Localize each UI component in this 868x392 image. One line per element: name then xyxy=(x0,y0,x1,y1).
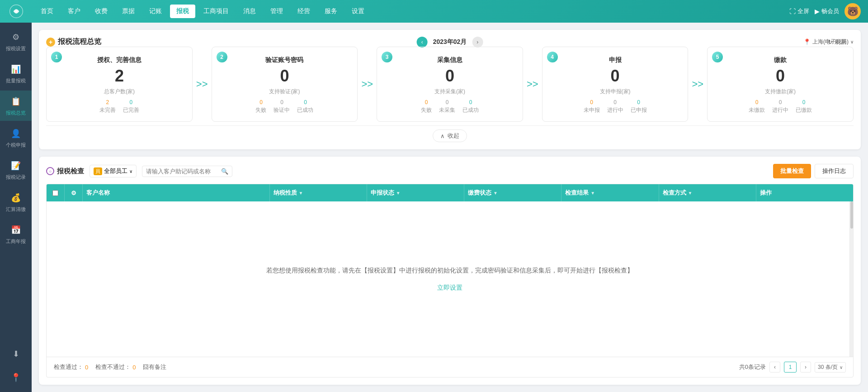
location-icon: 📍 xyxy=(9,371,22,384)
user-avatar[interactable]: 🐻 xyxy=(844,3,861,19)
refresh-icon: ↻ xyxy=(828,38,833,45)
pass-count[interactable]: 0 xyxy=(85,364,88,371)
step-number-4: 4 xyxy=(547,52,558,62)
detail-num-2-1: 0 xyxy=(280,99,283,105)
detail-num-5-2: 0 xyxy=(802,99,806,105)
step-title-5: 缴款 xyxy=(774,56,787,64)
sidebar: ⚙ 报税设置 📊 批量报税 📋 报税总览 👤 个税申报 📝 报税记录 💰 汇算清… xyxy=(0,23,32,392)
tax-overview-icon: 📋 xyxy=(9,95,22,108)
nav-item-client[interactable]: 客户 xyxy=(61,5,87,18)
content-area: + 报税流程总览 📍 上海(电子税局) ∨ ‹ 2023年02月 › ↻ 刷新 xyxy=(32,23,868,392)
nav-item-operation[interactable]: 经营 xyxy=(291,5,316,18)
step-arrow-4: >> xyxy=(688,47,707,122)
nav-item-invoice[interactable]: 票据 xyxy=(116,5,141,18)
pass-stat: 检查通过： 0 xyxy=(54,363,88,371)
month-label: 2023年02月 xyxy=(433,38,467,46)
overview-title-text: 报税流程总览 xyxy=(58,37,101,47)
batch-tax-icon: 📊 xyxy=(9,63,22,76)
nav-item-home[interactable]: 首页 xyxy=(34,5,60,18)
step-detail-5-1: 0 进行中 xyxy=(772,99,788,114)
th-checkbox[interactable] xyxy=(47,184,65,201)
prev-month-button[interactable]: ‹ xyxy=(417,37,428,48)
download-icon: ⬇ xyxy=(9,348,22,360)
setup-link[interactable]: 立即设置 xyxy=(437,282,462,293)
taxcheck-actions: 批量检查 操作日志 xyxy=(773,164,854,178)
total-records: 共0条记录 xyxy=(739,363,766,371)
personal-tax-icon: 👤 xyxy=(9,127,22,140)
step-detail-3-2: 0 已成功 xyxy=(462,99,479,114)
filter-icon-pay[interactable]: ▼ xyxy=(493,191,498,196)
next-page-button[interactable]: › xyxy=(800,362,811,373)
annual-report-icon: 📅 xyxy=(9,224,22,236)
detail-label-2-2: 已成功 xyxy=(297,106,313,114)
step-sub-3: 支持采集(家) xyxy=(434,88,465,96)
sidebar-item-location[interactable]: 📍 xyxy=(0,367,32,388)
vip-button[interactable]: ▶ 畅会员 xyxy=(815,7,839,15)
th-action-text: 操作 xyxy=(760,189,772,197)
fail-count[interactable]: 0 xyxy=(132,364,136,371)
refresh-label: 刷新 xyxy=(835,38,846,46)
search-icon[interactable]: 🔍 xyxy=(221,168,228,175)
filter-icon-method[interactable]: ▼ xyxy=(688,191,693,196)
detail-num-4-1: 0 xyxy=(613,99,617,105)
taxcheck-title-text: 报税检查 xyxy=(57,167,84,176)
next-month-button[interactable]: › xyxy=(472,37,483,48)
search-input[interactable] xyxy=(146,168,218,175)
collapse-button[interactable]: ∧ 收起 xyxy=(433,129,467,142)
step-arrow-3: >> xyxy=(523,47,542,122)
th-customer-name: 客户名称 xyxy=(83,184,270,201)
per-page-selector[interactable]: 30 条/页 ∨ xyxy=(815,362,846,373)
sidebar-item-tax-overview[interactable]: 📋 报税总览 xyxy=(0,91,32,121)
fullscreen-button[interactable]: ⛶ 全屏 xyxy=(789,7,809,15)
step-number-5: 5 xyxy=(712,52,723,62)
nav-item-service[interactable]: 服务 xyxy=(318,5,344,18)
nav-item-tax[interactable]: 报税 xyxy=(170,5,195,18)
sidebar-item-download[interactable]: ⬇ xyxy=(0,343,32,365)
th-declare-status: 申报状态 ▼ xyxy=(367,184,464,201)
sidebar-label-tax-record: 报税记录 xyxy=(6,174,26,181)
nav-item-settings[interactable]: 设置 xyxy=(345,5,371,18)
table-scrollbar[interactable] xyxy=(849,201,853,357)
app-logo[interactable] xyxy=(7,2,25,20)
employee-icon: 員 xyxy=(94,167,102,175)
refresh-button[interactable]: ↻ 刷新 xyxy=(828,38,846,46)
step-detail-2-2: 0 已成功 xyxy=(297,99,313,114)
location-icon-tag: 📍 xyxy=(803,38,811,45)
detail-label-1-0: 未完善 xyxy=(99,106,116,114)
filter-icon-status[interactable]: ▼ xyxy=(396,191,401,196)
play-icon: ▶ xyxy=(815,8,820,15)
detail-label-2-1: 验证中 xyxy=(274,106,290,114)
sidebar-item-annual-report[interactable]: 📅 工商年报 xyxy=(0,219,32,249)
detail-label-4-0: 未申报 xyxy=(584,106,600,114)
prev-page-button[interactable]: ‹ xyxy=(769,362,780,373)
batch-check-button[interactable]: 批量检查 xyxy=(773,164,811,178)
step-sub-2: 支持验证(家) xyxy=(269,88,300,96)
step-count-2: 0 xyxy=(280,68,289,84)
sidebar-item-personal-tax[interactable]: 👤 个税申报 xyxy=(0,123,32,153)
pass-label: 检查通过： xyxy=(54,363,83,371)
nav-item-business[interactable]: 工商项目 xyxy=(197,5,235,18)
nav-item-manage[interactable]: 管理 xyxy=(264,5,289,18)
step-title-4: 申报 xyxy=(609,56,622,64)
detail-label-4-1: 进行中 xyxy=(607,106,623,114)
select-all-checkbox[interactable] xyxy=(52,190,58,196)
filter-icon-result[interactable]: ▼ xyxy=(590,191,595,196)
table-header: ⚙ 客户名称 纳税性质 ▼ 申报状态 ▼ 缴费状态 ▼ xyxy=(47,184,853,201)
filter-icon-tax[interactable]: ▼ xyxy=(299,191,303,196)
step-detail-2-0: 0 失败 xyxy=(255,99,266,114)
employee-filter-dropdown[interactable]: 員 全部员工 ∨ xyxy=(90,165,137,177)
sidebar-item-tax-settings[interactable]: ⚙ 报税设置 xyxy=(0,26,32,57)
sidebar-item-tax-record[interactable]: 📝 报税记录 xyxy=(0,155,32,185)
nav-item-fee[interactable]: 收费 xyxy=(89,5,114,18)
detail-num-3-2: 0 xyxy=(469,99,472,105)
th-gear[interactable]: ⚙ xyxy=(65,184,83,201)
sidebar-item-batch-tax[interactable]: 📊 批量报税 xyxy=(0,58,32,89)
operation-log-button[interactable]: 操作日志 xyxy=(815,164,854,178)
step-title-1: 授权、完善信息 xyxy=(97,56,142,64)
nav-item-bookkeeping[interactable]: 记账 xyxy=(143,5,168,18)
tax-settings-icon: ⚙ xyxy=(9,31,22,43)
nav-item-message[interactable]: 消息 xyxy=(237,5,262,18)
detail-num-4-2: 0 xyxy=(637,99,640,105)
sidebar-item-clearing[interactable]: 💰 汇算清缴 xyxy=(0,187,32,217)
fullscreen-icon: ⛶ xyxy=(789,8,796,15)
